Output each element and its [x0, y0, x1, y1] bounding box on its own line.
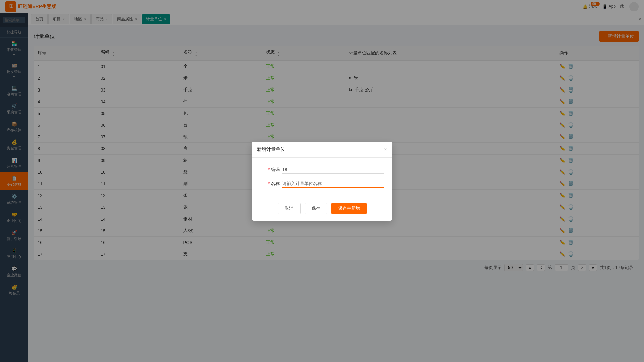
save-button[interactable]: 保存 [305, 203, 327, 214]
cancel-button[interactable]: 取消 [278, 203, 301, 214]
add-unit-modal: 新增计量单位 × 编码 名称 取消 保存 保存并新增 [252, 142, 392, 221]
modal-footer: 取消 保存 保存并新增 [252, 199, 392, 221]
modal-header: 新增计量单位 × [252, 142, 392, 158]
save-and-new-button[interactable]: 保存并新增 [331, 203, 367, 214]
form-row-code: 编码 [260, 166, 384, 174]
modal-title: 新增计量单位 [257, 146, 285, 153]
modal-overlay[interactable]: 新增计量单位 × 编码 名称 取消 保存 保存并新增 [0, 0, 644, 362]
code-label: 编码 [260, 167, 280, 173]
code-input[interactable] [282, 166, 384, 174]
modal-close-button[interactable]: × [384, 146, 387, 153]
modal-body: 编码 名称 [252, 158, 392, 199]
name-input[interactable] [282, 180, 384, 188]
name-label: 名称 [260, 181, 280, 187]
form-row-name: 名称 [260, 180, 384, 188]
